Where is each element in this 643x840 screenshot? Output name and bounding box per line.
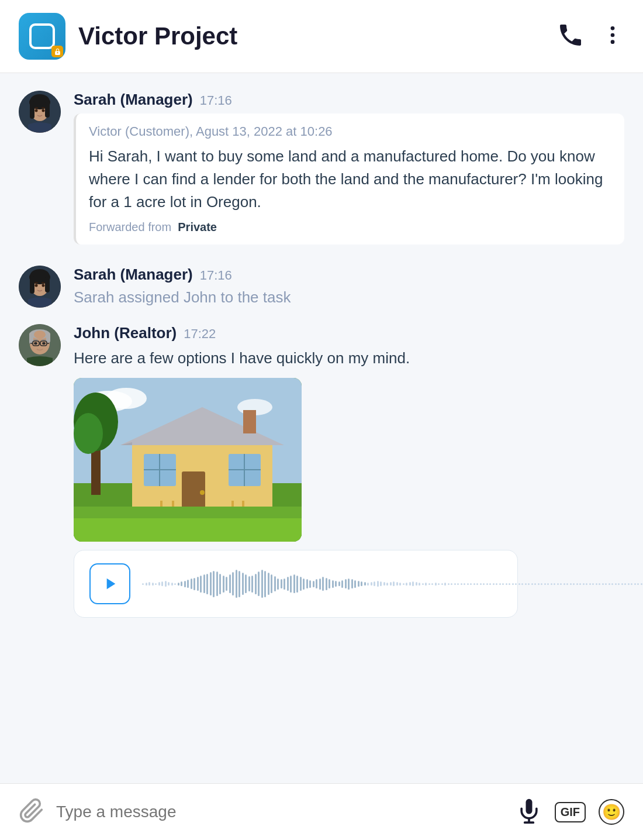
svg-point-29	[42, 342, 46, 345]
message-text: Here are a few options I have quickly on…	[74, 347, 624, 370]
house-scene-svg	[74, 378, 302, 542]
sender-name: Sarah (Manager)	[74, 266, 193, 284]
gif-button[interactable]: GIF	[555, 802, 586, 822]
forwarded-text: Hi Sarah, I want to buy some land and a …	[89, 145, 611, 214]
sarah-avatar-svg-2	[19, 266, 61, 308]
svg-point-20	[42, 284, 45, 287]
message-content: Sarah (Manager) 17:16 Victor (Customer),…	[74, 91, 624, 249]
sarah-avatar-svg	[19, 91, 61, 133]
svg-rect-47	[243, 410, 256, 433]
message-content: John (Realtor) 17:22 Here are a few opti…	[74, 324, 624, 618]
john-avatar-svg	[19, 324, 61, 366]
messages-area: Sarah (Manager) 17:16 Victor (Customer),…	[0, 73, 643, 783]
svg-point-55	[200, 490, 205, 495]
header: Victor Project	[0, 0, 643, 73]
svg-point-1	[611, 33, 615, 37]
avatar	[19, 324, 61, 366]
more-menu-button[interactable]	[601, 23, 624, 49]
chat-title: Victor Project	[78, 22, 556, 50]
lock-badge	[51, 46, 63, 57]
message-header: John (Realtor) 17:22	[74, 324, 624, 342]
waveform	[142, 570, 643, 598]
microphone-icon	[516, 798, 542, 824]
attach-button[interactable]	[19, 798, 44, 826]
svg-rect-62	[74, 518, 302, 542]
message-header: Sarah (Manager) 17:16	[74, 91, 624, 109]
phone-icon	[556, 21, 585, 49]
play-button[interactable]	[89, 563, 130, 604]
message-time: 17:16	[200, 268, 232, 283]
svg-rect-9	[45, 101, 50, 118]
call-button[interactable]	[556, 21, 585, 51]
svg-point-10	[35, 109, 38, 112]
forwarded-from-label: Forwarded from	[89, 221, 171, 233]
microphone-button[interactable]	[516, 798, 542, 826]
table-row: Sarah (Manager) 17:16 Victor (Customer),…	[19, 91, 624, 249]
house-image	[74, 378, 302, 542]
sender-name: John (Realtor)	[74, 324, 177, 342]
emoji-button[interactable]: 🙂	[599, 799, 624, 825]
play-icon	[101, 574, 119, 593]
svg-point-2	[611, 40, 615, 44]
svg-point-43	[74, 413, 103, 454]
forwarded-card: Victor (Customer), Agust 13, 2022 at 10:…	[74, 113, 624, 245]
svg-rect-18	[45, 276, 50, 292]
avatar	[19, 91, 61, 133]
app-avatar-inner	[29, 23, 55, 49]
message-header: Sarah (Manager) 17:16	[74, 266, 624, 284]
svg-point-35	[34, 349, 46, 353]
input-actions: GIF 🙂	[516, 798, 624, 826]
audio-player: 00:07	[74, 550, 518, 618]
sender-name: Sarah (Manager)	[74, 91, 193, 109]
forwarded-from: Forwarded from Private	[89, 221, 611, 234]
message-time: 17:22	[184, 326, 216, 342]
svg-rect-8	[30, 101, 34, 119]
avatar	[19, 266, 61, 308]
svg-point-28	[34, 342, 37, 345]
svg-point-19	[35, 284, 38, 287]
forwarded-meta: Victor (Customer), Agust 13, 2022 at 10:…	[89, 124, 611, 139]
svg-point-11	[42, 109, 45, 112]
message-input[interactable]	[56, 803, 504, 821]
header-actions	[556, 21, 624, 51]
svg-rect-26	[46, 332, 50, 343]
table-row: Sarah (Manager) 17:16 Sarah assigned Joh…	[19, 266, 624, 308]
message-time: 17:16	[200, 93, 232, 108]
more-vertical-icon	[601, 23, 624, 47]
paperclip-icon	[19, 798, 44, 824]
message-content: Sarah (Manager) 17:16 Sarah assigned Joh…	[74, 266, 624, 307]
svg-point-0	[611, 26, 615, 30]
svg-rect-17	[30, 276, 34, 294]
forwarded-from-name: Private	[178, 221, 217, 233]
message-text: Sarah assigned John to the task	[74, 288, 624, 307]
table-row: John (Realtor) 17:22 Here are a few opti…	[19, 324, 624, 618]
svg-point-27	[34, 331, 46, 339]
app-avatar	[19, 13, 65, 60]
input-bar: GIF 🙂	[0, 783, 643, 840]
lock-icon	[54, 48, 61, 56]
